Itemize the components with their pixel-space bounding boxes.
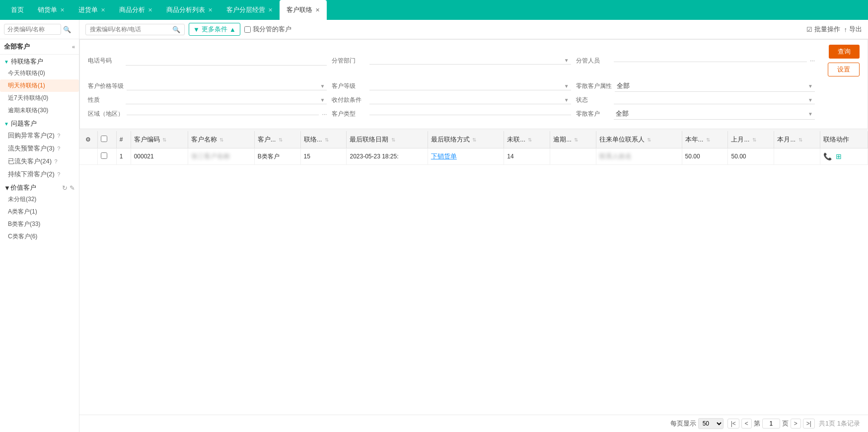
sidebar-item-declining[interactable]: 持续下滑客户(2) ? xyxy=(0,168,79,181)
contact-col-header[interactable]: 联络... ⇅ xyxy=(300,131,347,148)
customer-level-select[interactable]: ▼ xyxy=(369,82,571,90)
sidebar-item-b-class[interactable]: B类客户(33) xyxy=(0,218,79,230)
sidebar-search-area: 🔍 xyxy=(0,20,79,39)
region-dots-icon[interactable]: ··· xyxy=(322,111,327,118)
last-contact-date-col-header[interactable]: 最后联络日期 ⇅ xyxy=(347,131,428,148)
prev-page-button[interactable]: < xyxy=(741,419,752,429)
action-icons: 📞 ⊞ xyxy=(823,152,865,160)
nav-product-analysis[interactable]: 商品分析 ✕ xyxy=(112,0,159,20)
last-date-sort-icon: ⇅ xyxy=(391,137,395,143)
close-sales-order-icon[interactable]: ✕ xyxy=(60,7,65,13)
filter-customer-type: 客户类型 xyxy=(332,110,576,118)
sidebar-item-tomorrow-pending[interactable]: 明天待联络(1) xyxy=(0,79,79,92)
sidebar-item-repurchase-abnormal[interactable]: 回购异常客户(2) ? xyxy=(0,129,79,142)
last-page-button[interactable]: >| xyxy=(803,419,815,429)
grid-icon[interactable]: ⊞ xyxy=(836,152,842,160)
my-customers-checkbox[interactable] xyxy=(244,26,251,33)
row-last-contact-method[interactable]: 下销货单 xyxy=(428,148,504,165)
close-customer-contact-icon[interactable]: ✕ xyxy=(315,7,320,13)
overdue-col-header[interactable]: 逾期... ⇅ xyxy=(550,131,596,148)
manager-input[interactable] xyxy=(614,60,807,62)
row-checkbox[interactable] xyxy=(97,148,116,165)
manager-dots-icon[interactable]: ··· xyxy=(810,57,815,64)
sidebar-item-churned[interactable]: 已流失客户(24) ? xyxy=(0,155,79,168)
more-filter-button[interactable]: ▼ 更多条件 ▲ xyxy=(189,23,240,36)
retail-customer-select[interactable]: 全部 ▼ xyxy=(614,108,815,120)
search-input[interactable] xyxy=(90,26,172,33)
gender-select[interactable]: ▼ xyxy=(126,96,327,104)
close-customer-stratification-icon[interactable]: ✕ xyxy=(268,7,273,13)
nav-customer-stratification[interactable]: 客户分层经营 ✕ xyxy=(219,0,280,20)
sidebar-search-icon[interactable]: 🔍 xyxy=(63,26,71,33)
row-type: B类客户 xyxy=(254,148,300,165)
nav-purchase-order[interactable]: 进货单 ✕ xyxy=(72,0,112,20)
sidebar-search-input[interactable] xyxy=(4,24,61,35)
status-arrow-icon: ▼ xyxy=(808,97,813,103)
retail-customer-arrow-icon: ▼ xyxy=(808,111,813,117)
uncontacted-col-header[interactable]: 未联... ⇅ xyxy=(504,131,550,148)
price-level-label: 客户价格等级 xyxy=(88,82,124,90)
close-product-analysis-list-icon[interactable]: ✕ xyxy=(208,7,213,13)
per-page-select[interactable]: 50 100 200 xyxy=(698,418,723,429)
last-contact-method-col-header[interactable]: 最后联络方式 ⇅ xyxy=(428,131,504,148)
filter-row-4: 区域（地区） ··· 客户类型 零散客户 全部 ▼ xyxy=(88,108,860,120)
set-button[interactable]: 设置 xyxy=(828,63,860,76)
region-label: 区域（地区） xyxy=(88,110,124,118)
next-page-button[interactable]: > xyxy=(791,419,801,429)
customer-type-select[interactable] xyxy=(369,113,571,115)
filter-row-3: 性质 ▼ 收付款条件 ▼ 状态 xyxy=(88,96,860,104)
my-customers-checkbox-label[interactable]: 我分管的客户 xyxy=(244,25,291,34)
search-icon[interactable]: 🔍 xyxy=(172,26,180,33)
action-col-header: 联络动作 xyxy=(820,131,868,148)
sidebar-item-c-class[interactable]: C类客户(6) xyxy=(0,230,79,243)
batch-operation-button[interactable]: ☑ 批量操作 xyxy=(806,25,840,34)
type-col-header[interactable]: 客户... ⇅ xyxy=(254,131,300,148)
row-select-checkbox[interactable] xyxy=(101,152,107,159)
edit-icon[interactable]: ✎ xyxy=(70,184,75,192)
nav-sales-order[interactable]: 销货单 ✕ xyxy=(31,0,72,20)
query-button[interactable]: 查询 xyxy=(829,45,860,59)
checkbox-col-header[interactable] xyxy=(97,131,116,148)
code-col-header[interactable]: 客户编码 ⇅ xyxy=(131,131,188,148)
close-product-analysis-icon[interactable]: ✕ xyxy=(148,7,152,13)
status-select[interactable]: ▼ xyxy=(614,96,815,104)
refresh-icon[interactable]: ↻ xyxy=(62,184,68,192)
dept-select[interactable]: ▼ xyxy=(369,57,571,65)
page-input[interactable] xyxy=(762,419,780,429)
sidebar-item-ungrouped[interactable]: 未分组(32) xyxy=(0,193,79,206)
help-icon-4: ? xyxy=(57,171,60,177)
filter-phone: 电话号码 xyxy=(88,56,332,66)
price-level-arrow-icon: ▼ xyxy=(320,83,325,89)
close-purchase-order-icon[interactable]: ✕ xyxy=(101,7,105,13)
phone-input[interactable] xyxy=(126,56,327,66)
export-button[interactable]: ↑ 导出 xyxy=(844,25,863,34)
sidebar-all-customers[interactable]: 全部客户 « xyxy=(0,39,79,55)
settings-col-header[interactable]: ⚙ xyxy=(79,131,97,148)
sidebar-item-churn-warning[interactable]: 流失预警客户(3) ? xyxy=(0,142,79,155)
first-page-button[interactable]: |< xyxy=(727,419,739,429)
nav-product-analysis-list[interactable]: 商品分析列表 ✕ xyxy=(159,0,219,20)
footer: 每页显示 50 100 200 |< < 第 页 > >| 共1页 1条记录 xyxy=(79,415,868,432)
select-all-checkbox[interactable] xyxy=(101,136,107,142)
filter-region: 区域（地区） ··· xyxy=(88,110,332,118)
sidebar-item-7days-pending[interactable]: 近7天待联络(0) xyxy=(0,92,79,104)
sidebar-item-overdue-pending[interactable]: 逾期未联络(30) xyxy=(0,104,79,117)
payment-select[interactable]: ▼ xyxy=(369,96,571,104)
call-icon[interactable]: 📞 xyxy=(823,152,832,160)
nav-customer-contact[interactable]: 客户联络 ✕ xyxy=(280,0,327,20)
last-month-col-header[interactable]: 上月... ⇅ xyxy=(728,131,774,148)
nav-home[interactable]: 首页 xyxy=(4,0,31,20)
unit-contact-col-header[interactable]: 往来单位联系人 ⇅ xyxy=(596,131,682,148)
chevron-up-icon: ▲ xyxy=(229,26,236,33)
region-input[interactable] xyxy=(127,113,319,115)
price-level-select[interactable]: ▼ xyxy=(127,82,327,90)
this-year-col-header[interactable]: 本年... ⇅ xyxy=(682,131,728,148)
this-month-col-header[interactable]: 本月... ⇅ xyxy=(774,131,820,148)
sidebar-item-today-pending[interactable]: 今天待联络(0) xyxy=(0,67,79,79)
sidebar-item-a-class[interactable]: A类客户(1) xyxy=(0,206,79,218)
retail-attr-select[interactable]: 全部 ▼ xyxy=(615,80,815,92)
payment-label: 收付款条件 xyxy=(332,96,366,104)
retail-attr-arrow-icon: ▼ xyxy=(808,83,813,89)
filter-actions: 查询 设置 xyxy=(820,45,860,76)
name-col-header[interactable]: 客户名称 ⇅ xyxy=(188,131,254,148)
